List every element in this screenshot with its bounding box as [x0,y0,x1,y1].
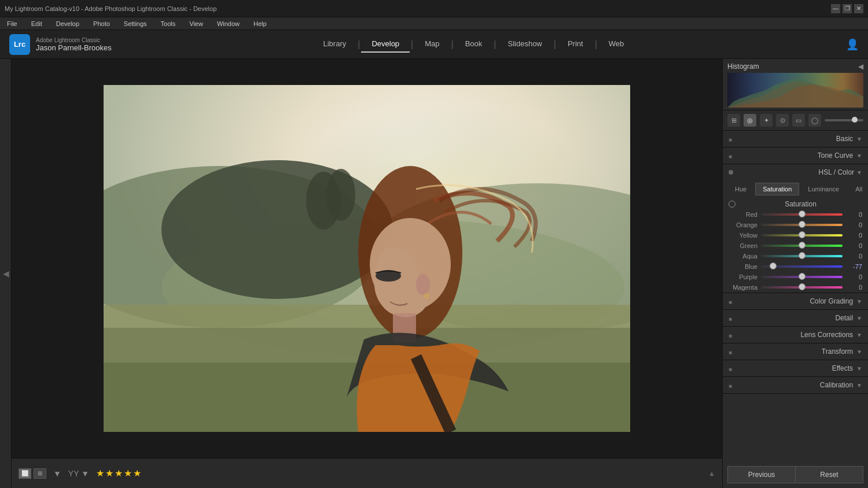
tone-curve-section-header[interactable]: ■ Tone Curve ▼ [723,147,868,164]
tools-slider[interactable] [825,119,863,121]
detail-section: ■ Detail ▼ [723,310,868,327]
basic-section-header[interactable]: ■ Basic ▼ [723,131,868,147]
color-slider-yellow-thumb[interactable] [799,231,806,238]
color-row-yellow: Yellow 0 [723,230,868,241]
graduated-filter-tool[interactable]: ▭ [792,114,805,127]
restore-button[interactable]: ❐ [843,4,852,13]
hsl-tab-saturation[interactable]: Saturation [755,183,799,195]
menu-settings[interactable]: Settings [122,19,149,28]
transform-section-header[interactable]: ■ Transform ▼ [723,343,868,360]
hsl-tab-all[interactable]: All [848,183,868,195]
star-2[interactable]: ★ [105,468,113,479]
grid-view-btn[interactable]: ⊞ [34,468,46,479]
saturation-title: Saturation [739,200,862,208]
menu-view[interactable]: View [187,19,205,28]
color-value-blue: -77 [846,263,862,270]
menu-file[interactable]: File [5,19,20,28]
color-slider-green[interactable] [761,245,843,247]
basic-chevron-icon: ▼ [856,136,862,142]
tone-curve-label: Tone Curve [737,151,853,160]
svg-point-10 [326,169,355,221]
radial-filter-tool[interactable]: ◯ [808,114,821,127]
star-5[interactable]: ★ [133,468,141,479]
color-slider-purple[interactable] [761,276,843,278]
color-slider-blue-thumb[interactable] [770,263,777,269]
star-4[interactable]: ★ [124,468,132,479]
color-slider-aqua[interactable] [761,255,843,257]
saturation-target-icon[interactable] [729,201,735,208]
previous-button[interactable]: Previous [727,466,796,483]
tab-map[interactable]: Map [414,36,450,53]
panel-bottom-buttons: Previous Reset [723,461,868,488]
color-slider-purple-thumb[interactable] [799,273,806,280]
tab-book[interactable]: Book [455,36,493,53]
tab-slideshow[interactable]: Slideshow [498,36,553,53]
tab-print[interactable]: Print [557,36,594,53]
lens-corrections-label: Lens Corrections [737,331,853,339]
color-row-green: Green 0 [723,241,868,251]
tab-web[interactable]: Web [598,36,635,53]
color-slider-yellow[interactable] [761,234,843,236]
tab-library[interactable]: Library [312,36,356,53]
histogram-expand-btn[interactable]: ◀ [858,62,863,71]
transform-toggle: ■ [729,349,733,354]
color-slider-red-thumb[interactable] [799,210,806,217]
color-slider-orange-thumb[interactable] [799,221,806,228]
menu-edit[interactable]: Edit [29,19,45,28]
star-rating[interactable]: ★ ★ ★ ★ ★ [96,468,141,479]
color-slider-magenta[interactable] [761,286,843,289]
menu-window[interactable]: Window [215,19,242,28]
left-panel-toggle[interactable]: ◀ [1,269,10,278]
zoom-dropdown[interactable]: ▼ [53,469,61,478]
color-slider-magenta-thumb[interactable] [799,283,806,290]
photo-svg [104,85,630,432]
menu-photo[interactable]: Photo [91,19,112,28]
tools-slider-thumb[interactable] [852,117,858,123]
filmstrip-expand[interactable]: ▲ [708,469,715,478]
hsl-section-header[interactable]: HSL / Color ▼ [723,164,868,180]
color-label-aqua: Aqua [729,253,757,260]
color-slider-aqua-thumb[interactable] [799,252,806,259]
detail-section-header[interactable]: ■ Detail ▼ [723,310,868,326]
calibration-section-header[interactable]: ■ Calibration ▼ [723,377,868,393]
menu-tools[interactable]: Tools [159,19,178,28]
healing-tool[interactable]: ✦ [760,114,773,127]
menu-help[interactable]: Help [251,19,269,28]
transform-chevron-icon: ▼ [856,349,862,355]
menu-develop[interactable]: Develop [54,19,82,28]
calibration-label: Calibration [737,381,853,389]
app-logo: Lrc Adobe Lightroom Classic Jason Parnel… [9,34,112,55]
color-slider-orange[interactable] [761,224,843,226]
calibration-chevron-icon: ▼ [856,382,862,389]
red-eye-tool[interactable]: ⊙ [776,114,789,127]
identity-plate-icon[interactable]: 👤 [846,38,859,51]
nav-tabs: Library | Develop | Map | Book | Slidesh… [312,36,634,53]
single-view-btn[interactable]: ⬜ [19,468,31,479]
crop-tool[interactable]: ⊞ [727,114,740,127]
close-button[interactable]: ✕ [854,4,863,13]
reset-button[interactable]: Reset [796,466,863,483]
color-slider-red[interactable] [761,213,843,216]
star-3[interactable]: ★ [115,468,123,479]
minimize-button[interactable]: — [831,4,840,13]
color-label-yellow: Yellow [729,232,757,239]
target-adj-tool[interactable]: ◎ [744,114,756,127]
lens-corrections-section: ■ Lens Corrections ▼ [723,327,868,343]
menu-bar: File Edit Develop Photo Settings Tools V… [0,17,868,30]
tab-develop[interactable]: Develop [361,36,410,53]
color-slider-green-thumb[interactable] [799,242,806,249]
color-grading-label: Color Grading [737,297,853,305]
lens-corrections-section-header[interactable]: ■ Lens Corrections ▼ [723,327,868,343]
sort-dropdown[interactable]: YY ▼ [68,469,89,478]
title-bar: My Lightroom Catalog-v10 - Adobe Photosh… [0,0,868,17]
effects-section-header[interactable]: ■ Effects ▼ [723,360,868,376]
bottom-bar: ⬜ ⊞ ▼ YY ▼ ★ ★ ★ ★ ★ ▲ [12,458,722,488]
hsl-tab-luminance[interactable]: Luminance [800,183,847,195]
left-panel: ◀ [0,59,12,488]
color-slider-blue[interactable] [761,265,843,268]
color-grading-section-header[interactable]: ■ Color Grading ▼ [723,293,868,309]
color-label-magenta: Magenta [729,284,757,291]
hsl-tab-hue[interactable]: Hue [727,183,754,195]
basic-label: Basic [737,135,853,143]
star-1[interactable]: ★ [96,468,104,479]
